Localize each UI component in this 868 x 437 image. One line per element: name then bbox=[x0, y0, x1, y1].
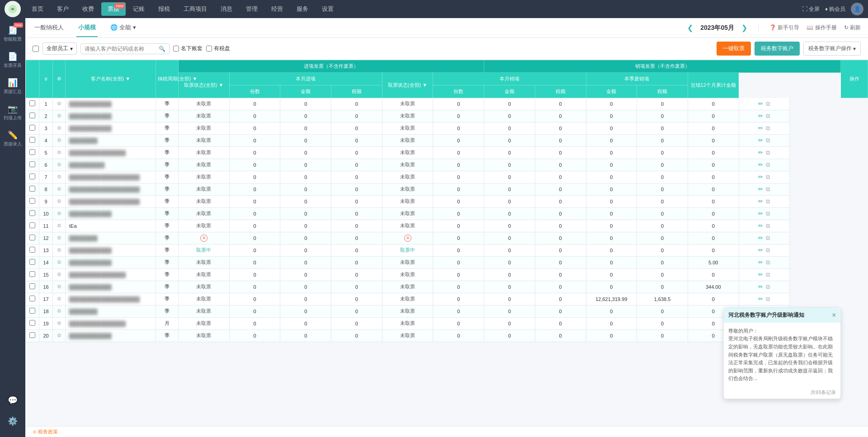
copy-icon[interactable]: ⧉ bbox=[766, 247, 770, 254]
period-prev[interactable]: ❮ bbox=[687, 23, 693, 32]
subtab-general[interactable]: 一般纳税人 bbox=[33, 19, 66, 37]
tax-policy-link[interactable]: ⊙ 税务政策 bbox=[33, 428, 58, 435]
one-click-fetch-button[interactable]: 一键取票 bbox=[717, 42, 751, 56]
row-checkbox[interactable] bbox=[29, 283, 35, 289]
row-gear-icon[interactable]: ⚙ bbox=[57, 259, 61, 265]
row-checkbox[interactable] bbox=[29, 308, 35, 314]
copy-icon[interactable]: ⧉ bbox=[766, 125, 770, 132]
edit-icon[interactable]: ✏ bbox=[758, 149, 763, 156]
row-checkbox[interactable] bbox=[29, 137, 35, 143]
nav-home[interactable]: 首页 bbox=[25, 2, 50, 16]
row-gear-icon[interactable]: ⚙ bbox=[57, 150, 61, 155]
copy-icon[interactable]: ⧉ bbox=[766, 210, 770, 217]
nav-message[interactable]: 消息 bbox=[214, 2, 239, 16]
row-checkbox[interactable] bbox=[29, 332, 35, 338]
row-gear-icon[interactable]: ⚙ bbox=[57, 211, 61, 216]
row-checkbox[interactable] bbox=[29, 296, 35, 301]
edit-icon[interactable]: ✏ bbox=[758, 161, 763, 169]
notification-close[interactable]: × bbox=[832, 311, 836, 319]
edit-icon[interactable]: ✏ bbox=[758, 198, 763, 205]
subtab-all[interactable]: 🌐 全能 ▾ bbox=[108, 19, 138, 37]
row-checkbox[interactable] bbox=[29, 259, 35, 265]
sidebar-chat[interactable]: 💬 bbox=[1, 392, 24, 409]
nav-fee[interactable]: 收费 bbox=[76, 2, 100, 16]
row-gear-icon[interactable]: ⚙ bbox=[57, 198, 61, 204]
nav-customer[interactable]: 客户 bbox=[51, 2, 75, 16]
search-icon[interactable]: 🔍 bbox=[159, 46, 165, 52]
nav-business[interactable]: 工商项目 bbox=[177, 2, 213, 16]
digital-account-button[interactable]: 税务数字账户 bbox=[755, 42, 800, 56]
edit-icon[interactable]: ✏ bbox=[758, 222, 763, 230]
row-gear-icon[interactable]: ⚙ bbox=[57, 125, 61, 131]
fullscreen-btn[interactable]: ⛶ 全屏 bbox=[802, 5, 820, 13]
edit-icon[interactable]: ✏ bbox=[758, 271, 763, 278]
vip-btn[interactable]: ♦ 购会员 bbox=[825, 5, 845, 13]
copy-icon[interactable]: ⧉ bbox=[766, 161, 770, 169]
nav-invoice[interactable]: 票据 new bbox=[101, 2, 126, 16]
row-gear-icon[interactable]: ⚙ bbox=[57, 113, 61, 118]
period-next[interactable]: ❯ bbox=[741, 23, 747, 32]
row-gear-icon[interactable]: ⚙ bbox=[57, 174, 61, 179]
row-gear-icon[interactable]: ⚙ bbox=[57, 308, 61, 314]
row-checkbox[interactable] bbox=[29, 113, 35, 118]
row-gear-icon[interactable]: ⚙ bbox=[57, 137, 61, 143]
sidebar-item-summary[interactable]: 📊 票据汇总 bbox=[1, 74, 24, 99]
copy-icon[interactable]: ⧉ bbox=[766, 100, 770, 108]
sidebar-item-smart-fetch[interactable]: 🧾 智能取票 new bbox=[1, 22, 24, 46]
row-checkbox[interactable] bbox=[29, 222, 35, 228]
refresh-link[interactable]: ↻ 刷新 bbox=[844, 24, 861, 32]
edit-icon[interactable]: ✏ bbox=[758, 100, 763, 108]
edit-icon[interactable]: ✏ bbox=[758, 125, 763, 132]
copy-icon[interactable]: ⧉ bbox=[766, 113, 770, 120]
employee-filter[interactable]: 全部员工 ▾ bbox=[42, 42, 77, 55]
copy-icon[interactable]: ⧉ bbox=[766, 198, 770, 205]
has-taxdisk-filter[interactable]: 有税盘 bbox=[206, 45, 230, 52]
nav-service[interactable]: 服务 bbox=[290, 2, 315, 16]
edit-icon[interactable]: ✏ bbox=[758, 113, 763, 120]
row-checkbox[interactable] bbox=[29, 125, 35, 131]
copy-icon[interactable]: ⧉ bbox=[766, 271, 770, 278]
row-checkbox[interactable] bbox=[29, 198, 35, 204]
row-gear-icon[interactable]: ⚙ bbox=[57, 333, 61, 338]
row-gear-icon[interactable]: ⚙ bbox=[57, 247, 61, 253]
row-checkbox[interactable] bbox=[29, 271, 35, 277]
user-avatar[interactable]: 👤 bbox=[851, 3, 863, 15]
edit-icon[interactable]: ✏ bbox=[758, 247, 763, 254]
sidebar-item-invoice-open[interactable]: 📄 发票开具 bbox=[1, 48, 24, 72]
copy-icon[interactable]: ⧉ bbox=[766, 259, 770, 266]
edit-icon[interactable]: ✏ bbox=[758, 174, 763, 181]
row-checkbox[interactable] bbox=[29, 149, 35, 155]
edit-icon[interactable]: ✏ bbox=[758, 137, 763, 144]
row-gear-icon[interactable]: ⚙ bbox=[57, 223, 61, 228]
manual-link[interactable]: 📖 操作手册 bbox=[807, 24, 836, 32]
row-checkbox[interactable] bbox=[29, 186, 35, 192]
edit-icon[interactable]: ✏ bbox=[758, 296, 763, 303]
sidebar-settings[interactable]: ⚙️ bbox=[1, 413, 24, 430]
edit-icon[interactable]: ✏ bbox=[758, 235, 763, 242]
row-checkbox[interactable] bbox=[29, 320, 35, 326]
row-checkbox[interactable] bbox=[29, 100, 35, 106]
row-checkbox[interactable] bbox=[29, 174, 35, 179]
nav-manage[interactable]: 管理 bbox=[240, 2, 264, 16]
digital-ops-button[interactable]: 税务数字账户操作 ▾ bbox=[803, 42, 861, 56]
row-checkbox[interactable] bbox=[29, 235, 35, 240]
row-gear-icon[interactable]: ⚙ bbox=[57, 186, 61, 192]
copy-icon[interactable]: ⧉ bbox=[766, 296, 770, 303]
edit-icon[interactable]: ✏ bbox=[758, 210, 763, 217]
nav-settings[interactable]: 设置 bbox=[316, 2, 340, 16]
nav-operation[interactable]: 经营 bbox=[265, 2, 289, 16]
search-input[interactable] bbox=[85, 46, 157, 52]
copy-icon[interactable]: ⧉ bbox=[766, 235, 770, 242]
nav-tax[interactable]: 报税 bbox=[152, 2, 176, 16]
copy-icon[interactable]: ⧉ bbox=[766, 186, 770, 193]
edit-icon[interactable]: ✏ bbox=[758, 186, 763, 193]
copy-icon[interactable]: ⧉ bbox=[766, 283, 770, 291]
under-account-filter[interactable]: 名下账套 bbox=[173, 45, 203, 52]
subtab-small[interactable]: 小规模 bbox=[76, 19, 98, 37]
row-gear-icon[interactable]: ⚙ bbox=[57, 101, 61, 106]
row-gear-icon[interactable]: ⚙ bbox=[57, 162, 61, 167]
row-checkbox[interactable] bbox=[29, 161, 35, 167]
copy-icon[interactable]: ⧉ bbox=[766, 174, 770, 181]
select-all-checkbox[interactable] bbox=[33, 46, 39, 52]
sidebar-item-entry[interactable]: ✏️ 票据录入 bbox=[1, 127, 24, 151]
